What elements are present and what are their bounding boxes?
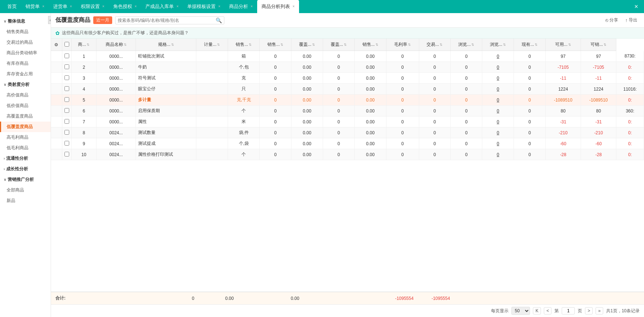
col-sales-amount[interactable]: 销售...⇅ — [260, 39, 291, 51]
row-browse1[interactable]: 0 — [482, 73, 514, 84]
row-name[interactable]: 牛奶 — [136, 62, 196, 73]
row-name[interactable]: 测试提成 — [136, 138, 196, 149]
last-page-button[interactable]: » — [596, 307, 603, 314]
row-browse1[interactable]: 0 — [482, 95, 514, 106]
col-spec[interactable]: 规格...⇅ — [136, 39, 196, 51]
time-filter-button[interactable]: 近一月 — [93, 16, 112, 24]
col-trans[interactable]: 交易...⇅ — [419, 39, 451, 51]
nav-role-auth[interactable]: 角色授权 × — [109, 0, 141, 13]
col-unit[interactable]: 计量...⇅ — [196, 39, 228, 51]
row-name[interactable]: 启用保质期 — [136, 106, 196, 116]
row-select-checkbox[interactable] — [64, 97, 69, 102]
col-name[interactable]: 商品名称⇅ — [97, 39, 136, 51]
nav-close-analysis-list[interactable]: × — [292, 0, 295, 13]
sidebar-item-high-coverage[interactable]: 高覆盖度商品 — [0, 111, 51, 122]
first-page-button[interactable]: K — [533, 307, 541, 314]
col-browse2[interactable]: 浏览...⇅ — [482, 39, 514, 51]
nav-close-analysis[interactable]: × — [251, 0, 253, 13]
row-select-checkbox[interactable] — [64, 130, 69, 135]
sidebar-item-new-goods[interactable]: 新品 — [0, 195, 51, 206]
nav-template-settings[interactable]: 单据模板设置 × — [183, 0, 225, 13]
row-select-checkbox[interactable] — [64, 152, 69, 156]
col-code[interactable]: 商...⇅ — [71, 39, 97, 51]
sidebar-item-category-rate[interactable]: 商品分类动销率 — [0, 48, 51, 58]
row-checkbox[interactable] — [62, 149, 71, 160]
search-icon[interactable]: 🔍 — [216, 17, 222, 23]
nav-sales-order[interactable]: 销货单 × — [21, 0, 49, 13]
sidebar-item-stock-capital[interactable]: 库存资金占用 — [0, 69, 51, 79]
row-select-checkbox[interactable] — [64, 54, 69, 58]
nav-close-product[interactable]: × — [176, 0, 178, 13]
sidebar-item-high-value[interactable]: 高价值商品 — [0, 90, 51, 100]
nav-goods-analysis-list[interactable]: 商品分析列表 × — [257, 0, 299, 13]
next-page-button[interactable]: > — [585, 307, 593, 314]
sidebar-item-high-profit[interactable]: 高毛利商品 — [0, 132, 51, 143]
row-browse1[interactable]: 0 — [482, 127, 514, 138]
nav-close-purchase[interactable]: × — [70, 0, 72, 13]
col-browse1[interactable]: 浏览...⇅ — [451, 39, 482, 51]
row-browse1[interactable]: 0 — [482, 149, 514, 160]
sidebar-item-low-profit[interactable]: 低毛利商品 — [0, 143, 51, 153]
sidebar-collapse-button[interactable]: « — [48, 16, 51, 24]
page-number-input[interactable] — [562, 307, 575, 314]
sidebar-item-low-value[interactable]: 低价值商品 — [0, 100, 51, 111]
col-sales-qty[interactable]: 销售...⇅ — [228, 39, 260, 51]
sidebar-section-coverage[interactable]: ∨ 类射度分析 — [0, 79, 51, 90]
sidebar-item-sales-goods[interactable]: 销售类商品 — [0, 27, 51, 37]
nav-home[interactable]: 首页 — [3, 0, 21, 13]
row-name[interactable]: 多计量 — [136, 95, 196, 106]
nav-close-template[interactable]: × — [218, 0, 220, 13]
col-current-stock[interactable]: 现有...⇅ — [514, 39, 546, 51]
row-select-checkbox[interactable] — [64, 86, 69, 91]
search-input[interactable] — [118, 18, 214, 23]
col-settings[interactable]: ⚙ — [51, 39, 62, 51]
sidebar-item-low-coverage[interactable]: 低覆盖度商品 — [0, 122, 51, 132]
nav-purchase-order[interactable]: 进货单 × — [49, 0, 76, 13]
sidebar-item-stock-goods[interactable]: 有库存商品 — [0, 58, 51, 69]
export-button[interactable]: ↑ 导出 — [623, 16, 640, 24]
row-checkbox[interactable] — [62, 106, 71, 116]
col-coverage2[interactable]: 覆盖...⇅ — [323, 39, 354, 51]
row-browse1[interactable]: 0 — [482, 138, 514, 149]
row-checkbox[interactable] — [62, 138, 71, 149]
select-all-checkbox[interactable] — [64, 42, 69, 47]
row-checkbox[interactable] — [62, 84, 71, 95]
row-checkbox[interactable] — [62, 62, 71, 73]
nav-goods-analysis[interactable]: 商品分析 × — [225, 0, 257, 13]
page-size-select[interactable]: 50 20 100 200 — [511, 307, 530, 315]
col-checkbox-all[interactable] — [62, 39, 71, 51]
col-available-stock[interactable]: 可用...⇅ — [546, 39, 581, 51]
nav-close-permissions[interactable]: × — [102, 0, 105, 13]
window-close-button[interactable]: × — [631, 3, 641, 11]
nav-permissions[interactable]: 权限设置 × — [76, 0, 109, 13]
row-checkbox[interactable] — [62, 51, 71, 62]
row-name[interactable]: 属性 — [136, 116, 196, 127]
row-select-checkbox[interactable] — [64, 108, 69, 113]
row-name[interactable]: 属性价格打印测试 — [136, 149, 196, 160]
row-browse1[interactable]: 0 — [482, 51, 514, 62]
row-select-checkbox[interactable] — [64, 64, 69, 69]
sidebar-section-overall[interactable]: ∨ 整体信息 — [0, 16, 51, 27]
gear-icon[interactable]: ⚙ — [54, 42, 58, 47]
row-select-checkbox[interactable] — [64, 75, 69, 80]
sidebar-item-traded-goods[interactable]: 交易过的商品 — [0, 37, 51, 48]
row-select-checkbox[interactable] — [64, 119, 69, 124]
row-name[interactable]: 符号测试 — [136, 73, 196, 84]
row-checkbox[interactable] — [62, 73, 71, 84]
row-checkbox[interactable] — [62, 95, 71, 106]
row-browse1[interactable]: 0 — [482, 116, 514, 127]
row-name[interactable]: 测试数量 — [136, 127, 196, 138]
prev-page-button[interactable]: < — [544, 307, 551, 314]
row-checkbox[interactable] — [62, 127, 71, 138]
sidebar-section-marketing[interactable]: ∨ 营销推广分析 — [0, 174, 51, 185]
row-browse1[interactable]: 0 — [482, 62, 514, 73]
row-name[interactable]: 旺铺批次测试 — [136, 51, 196, 62]
row-select-checkbox[interactable] — [64, 141, 69, 146]
share-button[interactable]: ⎋ 分享 — [603, 16, 620, 24]
row-name[interactable]: 眼宝公仔 — [136, 84, 196, 95]
col-coverage1[interactable]: 覆盖...⇅ — [291, 39, 323, 51]
nav-close-role[interactable]: × — [135, 0, 137, 13]
row-browse1[interactable]: 0 — [482, 84, 514, 95]
sidebar-item-all-goods[interactable]: 全部商品 — [0, 185, 51, 195]
sidebar-section-growth[interactable]: › 成长性分析 — [0, 164, 51, 174]
